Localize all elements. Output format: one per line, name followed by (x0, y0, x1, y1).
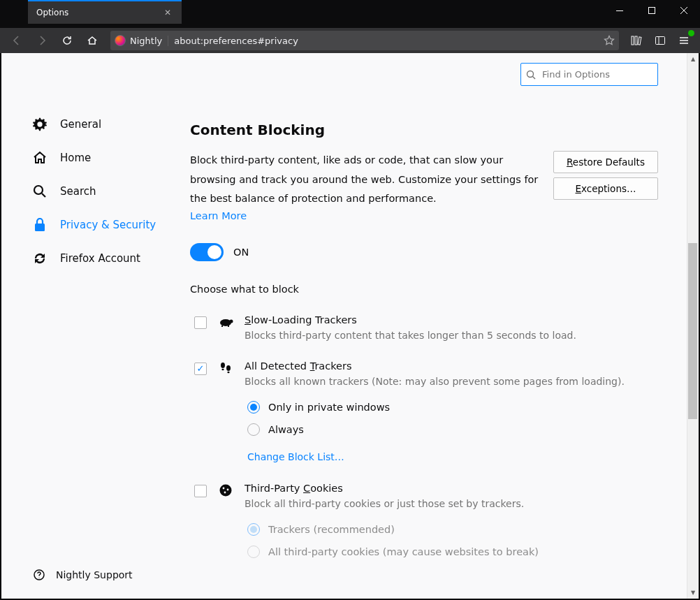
svg-rect-7 (656, 37, 665, 45)
scroll-thumb[interactable] (688, 243, 697, 419)
option-subtitle: Blocks third-party content that takes lo… (245, 330, 658, 341)
option-title: All Detected Trackers (245, 360, 658, 372)
tab-title: Options (36, 8, 162, 17)
svg-rect-16 (35, 224, 45, 231)
radio-cookies-trackers[interactable]: Trackers (recommended) (245, 523, 658, 536)
option-slow-trackers: Slow-Loading Trackers Blocks third-party… (190, 314, 658, 341)
restore-defaults-button[interactable]: Restore Defaults (553, 151, 658, 173)
section-description: Block third-party content, like ads or c… (190, 151, 539, 209)
maximize-button[interactable] (636, 0, 668, 21)
nav-toolbar: Nightly about:preferences#privacy (0, 28, 700, 53)
forward-button[interactable] (31, 29, 53, 52)
svg-point-23 (221, 368, 224, 369)
browser-tab[interactable]: Options ✕ (28, 0, 182, 24)
home-icon (32, 150, 48, 166)
radio-private-windows[interactable]: Only in private windows (245, 401, 658, 414)
app-menu-button[interactable] (673, 30, 694, 51)
toggle-knob (207, 245, 221, 259)
svg-rect-0 (616, 10, 623, 11)
choose-heading: Choose what to block (190, 284, 658, 295)
svg-rect-20 (221, 325, 223, 327)
sidebar-item-label: Home (60, 152, 91, 164)
vertical-scrollbar[interactable]: ▲ ▼ (687, 53, 699, 599)
svg-point-18 (220, 319, 231, 326)
option-title: Slow-Loading Trackers (245, 314, 658, 325)
svg-rect-5 (635, 36, 637, 45)
sidebar-item-home[interactable]: Home (1, 141, 176, 175)
preferences-page: General Home Search Privacy & Security F… (1, 53, 699, 599)
sidebar-item-label: Firefox Account (60, 252, 140, 265)
close-window-button[interactable] (668, 0, 700, 21)
close-tab-icon[interactable]: ✕ (162, 7, 173, 18)
turtle-icon (218, 314, 233, 330)
home-button[interactable] (81, 29, 103, 52)
radio-label: Only in private windows (268, 402, 390, 413)
sync-icon (32, 251, 48, 266)
svg-rect-4 (632, 36, 634, 45)
learn-more-link[interactable]: Learn More (190, 210, 247, 221)
svg-line-15 (42, 193, 45, 197)
sidebar-button[interactable] (650, 30, 671, 51)
sidebar-item-account[interactable]: Firefox Account (1, 242, 176, 275)
svg-point-27 (223, 487, 225, 489)
svg-point-24 (226, 365, 231, 371)
exceptions-button[interactable]: Exceptions… (553, 177, 658, 200)
sidebar-item-label: General (60, 118, 101, 131)
category-sidebar: General Home Search Privacy & Security F… (1, 53, 176, 599)
svg-point-22 (221, 363, 225, 368)
option-title: Third-Party Cookies (245, 483, 658, 494)
notification-badge-icon (688, 30, 694, 36)
sidebar-item-search[interactable]: Search (1, 175, 176, 208)
radio-icon (247, 523, 260, 536)
scroll-up-button[interactable]: ▲ (687, 53, 699, 65)
lock-icon (32, 217, 48, 233)
content-blocking-toggle[interactable] (190, 243, 224, 261)
scroll-down-button[interactable]: ▼ (687, 587, 699, 599)
radio-icon (247, 423, 260, 436)
library-button[interactable] (626, 30, 647, 51)
option-all-trackers: All Detected Trackers Blocks all known t… (190, 360, 658, 463)
section-heading: Content Blocking (190, 122, 658, 138)
reload-button[interactable] (56, 29, 78, 52)
sidebar-item-general[interactable]: General (1, 108, 176, 141)
svg-rect-6 (638, 37, 641, 45)
help-icon (34, 569, 45, 580)
svg-point-26 (220, 484, 232, 496)
radio-cookies-all[interactable]: All third-party cookies (may cause websi… (245, 546, 658, 558)
change-block-list-link[interactable]: Change Block List… (247, 451, 344, 462)
radio-icon (247, 546, 260, 558)
cookie-icon (218, 483, 233, 498)
back-button[interactable] (6, 29, 28, 52)
svg-point-14 (34, 186, 43, 194)
toggle-label: ON (233, 247, 249, 258)
option-subtitle: Blocks all known trackers (Note: may als… (245, 376, 658, 387)
checkbox-slow-trackers[interactable] (194, 316, 207, 329)
support-label: Nightly Support (56, 569, 133, 580)
sidebar-item-label: Search (60, 185, 96, 198)
identity-label: Nightly (130, 36, 168, 46)
svg-point-29 (224, 491, 226, 493)
firefox-logo-icon (115, 35, 126, 46)
magnifier-icon (32, 184, 48, 199)
checkbox-all-trackers[interactable] (194, 363, 207, 375)
radio-label: Trackers (recommended) (268, 524, 395, 535)
minimize-button[interactable] (604, 0, 636, 21)
window-controls (604, 0, 700, 21)
btn-text: estore Defaults (573, 156, 645, 168)
svg-point-28 (227, 488, 229, 490)
url-bar[interactable]: Nightly about:preferences#privacy (110, 31, 619, 50)
identity-box[interactable]: Nightly (115, 35, 168, 46)
sidebar-item-label: Privacy & Security (60, 219, 156, 231)
btn-text: xceptions… (581, 183, 636, 194)
option-third-party-cookies: Third-Party Cookies Block all third-part… (190, 483, 658, 568)
svg-rect-21 (228, 325, 229, 327)
radio-always[interactable]: Always (245, 423, 658, 436)
svg-point-25 (227, 371, 229, 372)
support-link[interactable]: Nightly Support (1, 558, 176, 592)
bookmark-star-icon[interactable] (604, 35, 615, 46)
checkbox-cookies[interactable] (194, 485, 207, 497)
svg-rect-1 (649, 8, 655, 14)
footprints-icon (218, 360, 233, 376)
sidebar-item-privacy[interactable]: Privacy & Security (1, 208, 176, 242)
svg-point-19 (230, 319, 233, 323)
